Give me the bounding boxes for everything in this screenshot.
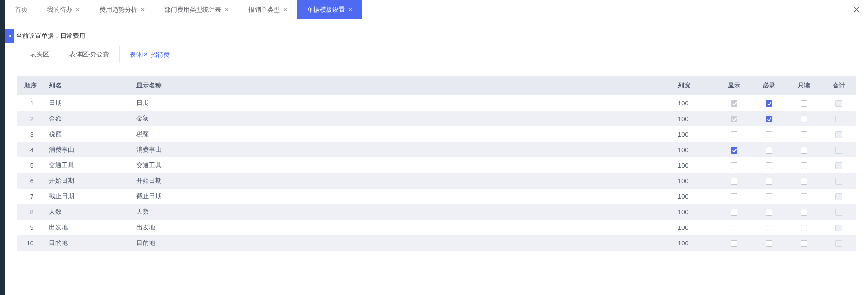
top-tab[interactable]: 首页 — [5, 0, 37, 19]
current-setting-label: 当前设置单据： — [16, 32, 60, 40]
top-tab[interactable]: 费用趋势分析✕ — [90, 0, 155, 19]
required-checkbox[interactable] — [766, 100, 772, 107]
cell-display-name[interactable]: 金额 — [131, 111, 673, 126]
cell-ro — [786, 173, 821, 189]
required-checkbox[interactable] — [766, 131, 772, 138]
cell-req — [752, 157, 786, 173]
show-checkbox — [731, 100, 737, 107]
required-checkbox[interactable] — [766, 178, 772, 185]
readonly-checkbox[interactable] — [801, 131, 807, 138]
cell-name: 日期 — [44, 95, 131, 111]
collapse-sidebar-button[interactable]: » — [5, 29, 14, 43]
required-checkbox[interactable] — [766, 162, 772, 169]
cell-display-name[interactable]: 开始日期 — [131, 173, 673, 189]
th-show: 显示 — [717, 76, 752, 95]
cell-width[interactable]: 100 — [673, 173, 717, 189]
close-icon[interactable]: ✕ — [140, 6, 145, 13]
cell-display-name[interactable]: 出发地 — [131, 220, 673, 235]
show-checkbox[interactable] — [731, 131, 737, 138]
close-icon[interactable]: ✕ — [283, 6, 288, 13]
th-seq: 顺序 — [17, 76, 44, 95]
top-tab[interactable]: 单据模板设置✕ — [297, 0, 362, 19]
th-width: 列宽 — [673, 76, 717, 95]
cell-seq: 3 — [17, 126, 44, 142]
readonly-checkbox[interactable] — [801, 116, 807, 122]
show-checkbox[interactable] — [731, 209, 737, 216]
section-tab[interactable]: 表体区-办公费 — [59, 45, 119, 63]
section-tab[interactable]: 表头区 — [20, 45, 59, 63]
cell-show — [717, 126, 752, 142]
close-all-tabs-button[interactable]: ✕ — [849, 0, 865, 19]
cell-name: 目的地 — [44, 235, 131, 251]
cell-width[interactable]: 100 — [673, 157, 717, 173]
required-checkbox[interactable] — [766, 240, 772, 247]
required-checkbox[interactable] — [766, 147, 772, 154]
show-checkbox[interactable] — [731, 240, 737, 247]
cell-sum — [821, 204, 856, 220]
cell-width[interactable]: 100 — [673, 126, 717, 142]
required-checkbox[interactable] — [766, 116, 772, 122]
th-sum: 合计 — [821, 76, 856, 95]
top-tab-label: 报销单类型 — [248, 5, 280, 14]
section-tab-bar: 表头区表体区-办公费表体区-招待费 — [5, 46, 868, 63]
close-icon[interactable]: ✕ — [75, 6, 80, 13]
cell-seq: 1 — [17, 95, 44, 111]
table-row: 10目的地目的地100 — [17, 235, 856, 251]
table-row: 7截止日期截止日期100 — [17, 189, 856, 204]
cell-width[interactable]: 100 — [673, 142, 717, 157]
cell-width[interactable]: 100 — [673, 189, 717, 204]
readonly-checkbox[interactable] — [801, 100, 807, 107]
section-tab[interactable]: 表体区-招待费 — [119, 46, 180, 63]
readonly-checkbox[interactable] — [801, 193, 807, 200]
cell-show — [717, 235, 752, 251]
top-tab-label: 我的待办 — [47, 5, 72, 14]
show-checkbox[interactable] — [731, 225, 737, 231]
cell-display-name[interactable]: 目的地 — [131, 235, 673, 251]
required-checkbox[interactable] — [766, 225, 772, 231]
cell-width[interactable]: 100 — [673, 111, 717, 126]
cell-width[interactable]: 100 — [673, 95, 717, 111]
cell-show — [717, 157, 752, 173]
cell-req — [752, 126, 786, 142]
cell-ro — [786, 95, 821, 111]
close-icon[interactable]: ✕ — [348, 6, 353, 13]
top-tab[interactable]: 我的待办✕ — [37, 0, 90, 19]
th-ro: 只读 — [786, 76, 821, 95]
cell-req — [752, 111, 786, 126]
show-checkbox[interactable] — [731, 193, 737, 200]
cell-sum — [821, 235, 856, 251]
cell-display-name[interactable]: 截止日期 — [131, 189, 673, 204]
show-checkbox[interactable] — [731, 178, 737, 185]
cell-seq: 9 — [17, 220, 44, 235]
top-tab[interactable]: 部门费用类型统计表✕ — [155, 0, 239, 19]
cell-display-name[interactable]: 交通工具 — [131, 157, 673, 173]
readonly-checkbox[interactable] — [801, 240, 807, 247]
cell-display-name[interactable]: 日期 — [131, 95, 673, 111]
sum-checkbox — [835, 131, 842, 138]
top-tab-label: 单据模板设置 — [307, 5, 345, 14]
required-checkbox[interactable] — [766, 193, 772, 200]
cell-display-name[interactable]: 税额 — [131, 126, 673, 142]
cell-show — [717, 111, 752, 126]
show-checkbox[interactable] — [731, 162, 737, 169]
sum-checkbox — [835, 209, 842, 216]
table-row: 5交通工具交通工具100 — [17, 157, 856, 173]
cell-display-name[interactable]: 天数 — [131, 204, 673, 220]
cell-display-name[interactable]: 消费事由 — [131, 142, 673, 157]
cell-sum — [821, 111, 856, 126]
readonly-checkbox[interactable] — [801, 162, 807, 169]
cell-width[interactable]: 100 — [673, 204, 717, 220]
cell-ro — [786, 142, 821, 157]
readonly-checkbox[interactable] — [801, 209, 807, 216]
top-tab[interactable]: 报销单类型✕ — [239, 0, 297, 19]
close-icon[interactable]: ✕ — [224, 6, 229, 13]
table-row: 1日期日期100 — [17, 95, 856, 111]
show-checkbox[interactable] — [731, 147, 737, 154]
readonly-checkbox[interactable] — [801, 225, 807, 231]
table-row: 3税额税额100 — [17, 126, 856, 142]
required-checkbox[interactable] — [766, 209, 772, 216]
cell-width[interactable]: 100 — [673, 235, 717, 251]
cell-width[interactable]: 100 — [673, 220, 717, 235]
readonly-checkbox[interactable] — [801, 178, 807, 185]
readonly-checkbox[interactable] — [801, 147, 807, 154]
